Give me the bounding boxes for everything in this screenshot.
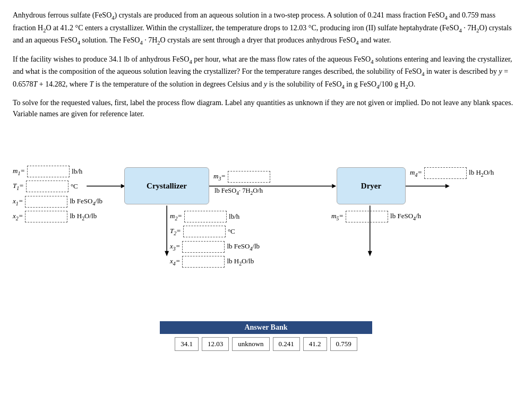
- answer-bank-area: Answer Bank 34.1 12.03 unknown 0.241 41.…: [13, 321, 519, 351]
- answer-item-0-759[interactable]: 0.759: [330, 337, 357, 351]
- answer-item-unknown[interactable]: unknown: [232, 337, 269, 351]
- m3-input[interactable]: [228, 171, 270, 183]
- paragraph-1: Anhydrous ferrous sulfate (FeSO4) crysta…: [13, 10, 519, 47]
- answer-bank-items: 34.1 12.03 unknown 0.241 41.2 0.759: [175, 337, 357, 351]
- x3-input[interactable]: [182, 241, 225, 253]
- answer-item-12-03[interactable]: 12.03: [202, 337, 229, 351]
- answer-bank-header: Answer Bank: [160, 321, 372, 334]
- stream2-block: m2= lb/h T2= °C x3= lb FeSO4/lb x4= lb H…: [170, 210, 260, 269]
- m1-input[interactable]: [27, 166, 70, 177]
- svg-marker-5: [445, 184, 450, 188]
- crystallizer-label: Crystallizer: [147, 182, 187, 191]
- paragraph-2: If the facility wishes to produce 34.1 l…: [13, 54, 519, 91]
- answer-item-0-241[interactable]: 0.241: [273, 337, 300, 351]
- stream5-block: m5= lb FeSO4/h: [331, 210, 421, 225]
- T2-input[interactable]: [183, 226, 226, 237]
- svg-marker-7: [165, 251, 169, 256]
- x1-input[interactable]: [25, 196, 67, 208]
- crystallizer-box: Crystallizer: [124, 167, 209, 204]
- svg-marker-9: [368, 251, 372, 256]
- process-diagram: Crystallizer Dryer m1= lb/h T1= °C x1= l…: [13, 135, 519, 316]
- m2-input[interactable]: [184, 211, 227, 222]
- m5-input[interactable]: [346, 211, 388, 222]
- T1-input[interactable]: [26, 181, 68, 192]
- x4-input[interactable]: [182, 256, 225, 268]
- stream3-block: m3= lb FeSO4· 7H2O/h: [213, 170, 270, 198]
- x2-input[interactable]: [25, 211, 67, 222]
- stream1-block: m1= lb/h T1= °C x1= lb FeSO4/lb x2= lb H…: [13, 165, 102, 224]
- answer-item-41-2[interactable]: 41.2: [303, 337, 327, 351]
- answer-item-34-1[interactable]: 34.1: [175, 337, 199, 351]
- dryer-box: Dryer: [337, 167, 406, 204]
- stream4-block: m4= lb H2O/h: [410, 166, 494, 181]
- dryer-label: Dryer: [361, 182, 381, 191]
- svg-marker-3: [332, 184, 336, 188]
- m4-input[interactable]: [424, 167, 467, 179]
- paragraph-3: To solve for the requested values, first…: [13, 97, 519, 119]
